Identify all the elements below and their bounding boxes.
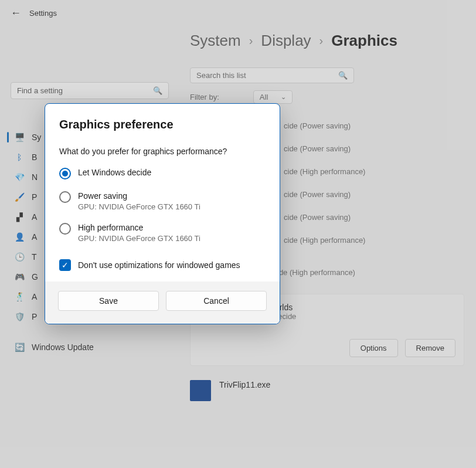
nav-label: B [32,152,37,162]
radio-icon [59,168,71,179]
clock-icon: 🕒 [14,252,25,262]
cancel-button[interactable]: Cancel [166,291,267,311]
app-sub: cide (High performance) [284,167,365,176]
chevron-down-icon: ⌄ [281,93,286,101]
graphics-preference-dialog: Graphics preference What do you prefer f… [45,103,280,324]
chevron-right-icon: › [319,34,324,48]
chevron-right-icon: › [249,34,253,48]
apps-icon: ▞ [14,212,25,222]
search-icon: 🔍 [153,86,162,95]
app-sub: cide (High performance) [284,236,365,245]
nav-label: A [32,212,37,222]
radio-let-windows-decide[interactable]: Let Windows decide [59,168,266,179]
nav-label: G [32,272,38,282]
nav-label: A [32,232,37,242]
shield-icon: 🛡️ [14,311,25,322]
radio-label: Power saving [78,191,200,201]
gamepad-icon: 🎮 [14,272,25,282]
search-icon: 🔍 [338,71,348,80]
accessibility-icon: 🕺 [14,291,25,302]
nav-label: Windows Update [32,342,94,352]
app-title: Settings [29,9,57,18]
brush-icon: 🖌️ [14,192,25,202]
app-sub: cide (Power saving) [284,121,351,130]
filter-dropdown[interactable]: All ⌄ [253,90,293,104]
dialog-subtitle: What do you prefer for graphics performa… [59,147,266,156]
nav-label: P [32,192,37,202]
checkbox-label: Don't use optimizations for windowed gam… [78,260,240,270]
breadcrumb-graphics: Graphics [331,32,397,50]
back-arrow-icon[interactable]: ← [11,7,21,19]
bluetooth-icon: ᛒ [14,152,25,162]
search-list-input[interactable]: Search this list 🔍 [190,67,354,83]
nav-label: Sy [32,133,41,142]
breadcrumb-display[interactable]: Display [261,32,311,50]
dialog-title: Graphics preference [59,118,266,131]
breadcrumb-system[interactable]: System [190,32,241,50]
radio-icon [59,223,71,235]
find-setting-input[interactable]: Find a setting 🔍 [11,82,169,99]
options-button[interactable]: Options [349,339,398,357]
app-name: TrivFlip11.exe [219,380,270,389]
update-icon: 🔄 [14,342,25,352]
search-list-placeholder: Search this list [196,71,246,80]
filter-value: All [260,93,268,101]
radio-label: High performance [78,223,200,232]
app-sub: cide (Power saving) [284,144,351,153]
diamond-icon: 💎 [14,172,25,182]
remove-button[interactable]: Remove [405,339,455,357]
app-sub: cide (Power saving) [284,190,351,199]
person-icon: 👤 [14,232,25,242]
nav-item-windows-update[interactable]: 🔄 Windows Update [11,337,169,357]
checkbox-windowed-optimizations[interactable]: ✓ Don't use optimizations for windowed g… [59,259,266,271]
radio-icon [59,191,71,203]
display-icon: 🖥️ [14,132,25,143]
app-row-trivflip[interactable]: TrivFlip11.exe [190,380,464,401]
save-button[interactable]: Save [58,291,159,311]
radio-sublabel: GPU: NVIDIA GeForce GTX 1660 Ti [78,234,200,243]
radio-power-saving[interactable]: Power saving GPU: NVIDIA GeForce GTX 166… [59,191,266,211]
radio-label: Let Windows decide [78,168,151,177]
app-sub: cide (Power saving) [284,213,351,222]
radio-sublabel: GPU: NVIDIA GeForce GTX 1660 Ti [78,202,200,211]
filter-label: Filter by: [190,93,219,101]
radio-high-performance[interactable]: High performance GPU: NVIDIA GeForce GTX… [59,223,266,243]
nav-label: P [32,312,37,321]
find-setting-placeholder: Find a setting [17,86,63,95]
app-icon [190,380,211,401]
breadcrumb: System › Display › Graphics [190,32,464,50]
nav-label: T [32,252,37,262]
nav-label: N [32,172,38,182]
checkbox-icon: ✓ [59,259,71,271]
nav-label: A [32,292,37,301]
